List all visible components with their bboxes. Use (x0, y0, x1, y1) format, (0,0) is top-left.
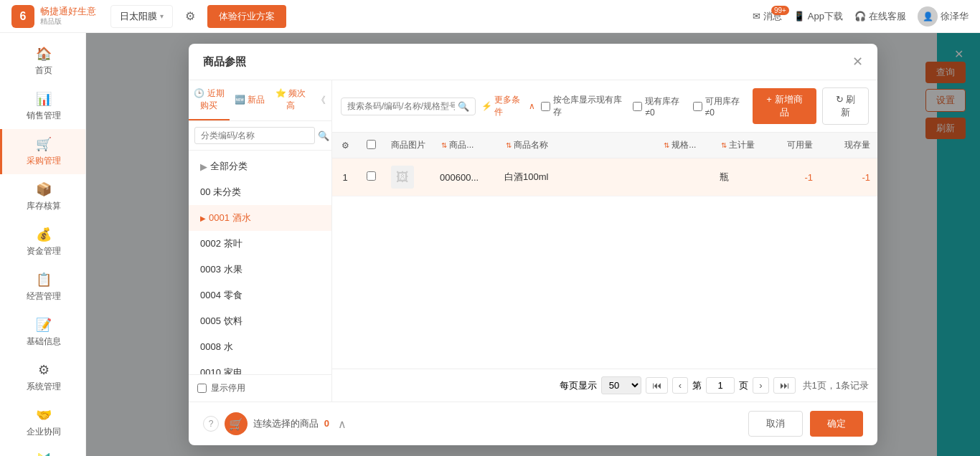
cancel-button[interactable]: 取消 (748, 411, 803, 437)
page-number-input[interactable] (706, 377, 735, 394)
app-label: App下载 (808, 10, 843, 23)
cat-tab-new[interactable]: 🆕 新品 (230, 87, 270, 115)
cat-item-snack[interactable]: 0004 零食 (189, 282, 331, 308)
right-panel: 🔍 ⚡ 更多条件 ∧ 按仓库显示现有库存 (332, 80, 877, 402)
messages-button[interactable]: ✉ 消息 99+ (753, 10, 782, 23)
row-checkbox[interactable] (367, 171, 376, 181)
col-header-unit[interactable]: ⇅ 主计量 (712, 133, 763, 158)
modal-close-button[interactable]: ✕ (852, 54, 863, 70)
category-footer: 显示停用 (189, 374, 331, 402)
sidebar-item-basic[interactable]: 📝 基础信息 (0, 310, 85, 355)
col-header-available: 可用量 (763, 133, 820, 158)
collab-icon: 🤝 (36, 407, 52, 423)
add-product-button[interactable]: + 新增商品 (753, 88, 816, 124)
table-row[interactable]: 1 🖼 (332, 158, 877, 196)
col-code-label: 商品... (449, 140, 473, 150)
sidebar-item-guide[interactable]: 🔰 新手引导 (0, 445, 85, 456)
filter-more-button[interactable]: ⚡ 更多条件 ∧ (481, 94, 535, 118)
product-search-input[interactable] (347, 101, 455, 111)
col-stock-label: 现存量 (844, 140, 870, 150)
category-search-icon[interactable]: 🔍 (318, 130, 329, 141)
row-spec (655, 158, 712, 196)
basic-icon: 📝 (36, 317, 52, 333)
cat-tab-recent[interactable]: 🕒 近期购买 (189, 80, 230, 120)
page-of-label: 页 (739, 379, 748, 392)
col-name-sort-icon: ⇅ (506, 141, 512, 149)
logo-icon: 6 (11, 5, 34, 28)
user-area[interactable]: 👤 徐泽华 (918, 6, 969, 27)
cat-item-water-label: 0008 水 (200, 341, 233, 353)
show-disabled-checkbox[interactable] (197, 384, 207, 393)
col-header-name[interactable]: ⇅ 商品名称 (497, 133, 655, 158)
footer-collapse-button[interactable]: ∧ (338, 417, 347, 431)
row-code: 000600... (433, 158, 497, 196)
select-all-checkbox[interactable] (367, 140, 376, 149)
cat-item-fruit[interactable]: 0003 水果 (189, 257, 331, 282)
table-header: ⚙ 商品图片 ⇅ (332, 133, 877, 158)
cat-item-snack-label: 0004 零食 (200, 289, 242, 302)
table-body: 1 🖼 (332, 158, 877, 196)
finance-icon: 💰 (36, 227, 52, 242)
sidebar-item-operations[interactable]: 📋 经营管理 (0, 265, 85, 310)
sidebar-item-purchase[interactable]: 🛒 采购管理 (0, 129, 85, 174)
sidebar-item-operations-label: 经营管理 (27, 290, 61, 303)
cat-collapse-button[interactable]: 《 (311, 88, 331, 113)
product-search-icon[interactable]: 🔍 (458, 101, 469, 112)
cat-item-alcohol[interactable]: ▶ 0001 酒水 (189, 205, 331, 231)
cart-button[interactable]: 🛒 (225, 412, 248, 435)
filter-warehouse-checkbox[interactable] (541, 102, 550, 111)
col-header-spec[interactable]: ⇅ 规格... (655, 133, 712, 158)
col-unit-label: 主计量 (729, 140, 755, 150)
cat-tab-recent-label: 近期购买 (200, 88, 224, 110)
user-avatar: 👤 (918, 6, 938, 27)
app-download-button[interactable]: 📱 App下载 (793, 10, 843, 23)
per-page-select[interactable]: 50 10 20 100 (601, 376, 641, 394)
sidebar-item-basic-label: 基础信息 (27, 336, 61, 348)
sidebar-item-collab[interactable]: 🤝 企业协同 (0, 400, 85, 445)
cat-item-all[interactable]: ▶ 全部分类 (189, 153, 331, 179)
filter-check-available-nonzero[interactable]: 可用库存≠0 (693, 95, 747, 118)
filter-check-warehouse[interactable]: 按仓库显示现有库存 (541, 94, 627, 118)
sidebar-item-inventory[interactable]: 📦 库存核算 (0, 174, 85, 219)
sidebar-item-finance-label: 资金管理 (27, 245, 61, 257)
content-area: ✕ ⛶ 查询 设置 刷新 商品参照 ✕ (86, 33, 980, 456)
sidebar-item-finance[interactable]: 💰 资金管理 (0, 219, 85, 265)
col-header-code[interactable]: ⇅ 商品... (433, 133, 497, 158)
cat-item-uncategorized[interactable]: 00 未分类 (189, 179, 331, 205)
first-page-button[interactable]: ⏮ (646, 377, 668, 394)
topbar-settings-icon[interactable]: ⚙ (179, 5, 202, 28)
online-service-button[interactable]: 🎧 在线客服 (854, 10, 906, 23)
cat-item-water[interactable]: 0008 水 (189, 334, 331, 360)
nav-selector[interactable]: 日太阳膜 ▾ (110, 5, 173, 28)
trial-button[interactable]: 体验行业方案 (207, 5, 286, 28)
refresh-button[interactable]: ↻ 刷新 (822, 87, 869, 125)
help-icon[interactable]: ? (203, 416, 219, 432)
cat-tab-frequent[interactable]: ⭐ 频次高 (270, 80, 311, 120)
filter-stock-checkbox[interactable] (633, 102, 642, 111)
cat-item-beverage[interactable]: 0005 饮料 (189, 308, 331, 334)
product-reference-modal: 商品参照 ✕ 🕒 近期购买 🆕 (189, 44, 877, 445)
filter-check-stock-nonzero[interactable]: 现有库存≠0 (633, 95, 687, 118)
cat-alcohol-arrow-icon: ▶ (200, 214, 206, 222)
category-search-input[interactable] (194, 127, 315, 144)
prev-page-button[interactable]: ‹ (672, 377, 688, 394)
next-page-button[interactable]: › (753, 377, 768, 394)
col-unit-sort-icon: ⇅ (721, 141, 727, 149)
sidebar-item-sales[interactable]: 📊 销售管理 (0, 84, 85, 129)
cat-item-appliance[interactable]: 0010 家电 (189, 360, 331, 374)
col-header-check (358, 133, 384, 158)
filter-available-checkbox[interactable] (693, 102, 702, 111)
filter-more-arrow-icon: ∧ (529, 101, 535, 111)
category-tabs: 🕒 近期购买 🆕 新品 ⭐ 频次高 《 (189, 80, 331, 121)
sidebar-item-system[interactable]: ⚙ 系统管理 (0, 355, 85, 400)
cat-item-tea[interactable]: 0002 茶叶 (189, 231, 331, 257)
sidebar-item-home[interactable]: 🏠 首页 (0, 39, 85, 84)
confirm-button[interactable]: 确定 (810, 411, 863, 437)
row-check[interactable] (358, 158, 384, 196)
product-table: ⚙ 商品图片 ⇅ (332, 133, 877, 196)
new-icon: 🆕 (235, 95, 245, 105)
last-page-button[interactable]: ⏭ (773, 377, 796, 394)
purchase-icon: 🛒 (36, 136, 52, 152)
col-header-settings[interactable]: ⚙ (332, 133, 358, 158)
modal-overlay: 商品参照 ✕ 🕒 近期购买 🆕 (86, 33, 980, 456)
